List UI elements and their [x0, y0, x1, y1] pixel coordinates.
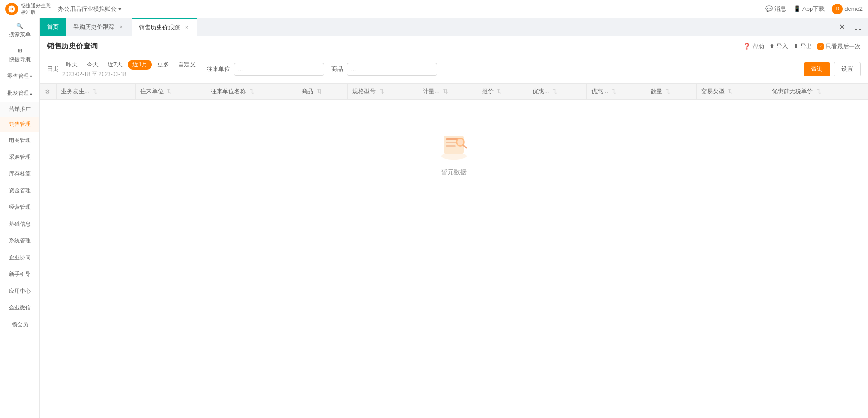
- close-all-tabs-button[interactable]: ✕: [835, 21, 848, 33]
- sidebar-item-search[interactable]: 🔍 搜索菜单: [0, 18, 39, 43]
- message-label: 消息: [774, 5, 786, 13]
- col-label-discount2: 优惠...: [591, 88, 608, 95]
- sidebar-sub-label-marketing: 营销推广: [9, 106, 31, 112]
- sort-icon-discount2: ⇅: [612, 88, 617, 95]
- table-col-trade-type[interactable]: 交易类型 ⇅: [696, 84, 767, 100]
- sort-icon-biz-date: ⇅: [93, 88, 98, 95]
- filter-settings-button[interactable]: 设置: [834, 62, 861, 76]
- sidebar-label-wechat: 企业微信: [9, 304, 31, 312]
- product-filter: 商品 ...: [331, 63, 437, 76]
- app-selector[interactable]: 办公用品行业模拟账套 ▾: [54, 3, 125, 15]
- date-filter-section: 昨天 今天 近7天 近1月 更多 自定义 2023-02-18 至 2023-0…: [62, 60, 199, 78]
- export-icon: ⬇: [793, 43, 798, 50]
- sidebar-label-guide: 新手引导: [9, 271, 31, 278]
- help-button[interactable]: ❓ 帮助: [743, 43, 764, 51]
- sidebar-label-search: 搜索菜单: [9, 31, 31, 38]
- date-btn-1month[interactable]: 近1月: [128, 60, 152, 70]
- sidebar-item-wholesale[interactable]: 批发管理 ▴: [0, 85, 39, 102]
- tab-purchase-track-label: 采购历史价跟踪: [73, 23, 114, 31]
- sidebar-item-guide[interactable]: 新手引导: [0, 266, 39, 283]
- sidebar-item-app-center[interactable]: 应用中心: [0, 283, 39, 299]
- sidebar-item-system[interactable]: 系统管理: [0, 233, 39, 249]
- main-layout: 🔍 搜索菜单 ⊞ 快捷导航 零售管理 ▾ 批发管理 ▴ 营销推广 销售管理: [0, 18, 868, 418]
- table-col-quote[interactable]: 报价 ⇅: [477, 84, 528, 100]
- maximize-button[interactable]: ⛶: [852, 21, 864, 33]
- sort-icon-unit: ⇅: [443, 88, 448, 95]
- table-col-discount2[interactable]: 优惠... ⇅: [587, 84, 646, 100]
- table-col-biz-date[interactable]: 业务发生... ⇅: [57, 84, 136, 100]
- col-label-product: 商品: [302, 88, 313, 95]
- tab-sales-track[interactable]: 销售历史价跟踪 ×: [132, 18, 197, 36]
- logo-text: 畅捷通好生意 标准版: [21, 2, 51, 15]
- tab-purchase-track[interactable]: 采购历史价跟踪 ×: [66, 18, 132, 36]
- import-button[interactable]: ⬆ 导入: [769, 43, 788, 51]
- sidebar-item-inventory[interactable]: 库存核算: [0, 166, 39, 182]
- sidebar-sub-item-sales[interactable]: 销售管理: [0, 117, 39, 132]
- table-col-quantity[interactable]: 数量 ⇅: [646, 84, 696, 100]
- message-button[interactable]: 💬 消息: [765, 5, 786, 13]
- partner-input-placeholder: ...: [238, 66, 243, 72]
- sidebar-item-finance[interactable]: 资金管理: [0, 182, 39, 199]
- date-filter: 日期 昨天 今天 近7天 近1月 更多 自定义 2023-02-18 至 202…: [47, 60, 199, 78]
- sidebar-label-wholesale: 批发管理: [7, 90, 29, 97]
- sidebar-label-member: 畅会员: [12, 321, 28, 328]
- date-btn-7days[interactable]: 近7天: [104, 60, 126, 70]
- product-input[interactable]: ...: [347, 63, 437, 76]
- date-btn-today[interactable]: 今天: [83, 60, 102, 70]
- sidebar-sub-item-marketing[interactable]: 营销推广: [0, 102, 39, 117]
- page-content: 销售历史价查询 ❓ 帮助 ⬆ 导入 ⬇ 导出 ✓: [40, 36, 868, 418]
- grid-icon: ⊞: [18, 48, 22, 54]
- svg-rect-4: [446, 145, 456, 147]
- export-button[interactable]: ⬇ 导出: [793, 43, 812, 51]
- query-button[interactable]: 查询: [804, 62, 830, 76]
- date-btn-yesterday[interactable]: 昨天: [62, 60, 81, 70]
- table-col-partner-name[interactable]: 往来单位名称 ⇅: [206, 84, 297, 100]
- table-area: ⚙ 业务发生... ⇅ 往来单位 ⇅ 往来单位名称: [40, 83, 868, 418]
- col-label-unit: 计量...: [423, 88, 439, 95]
- sort-icon-trade-type: ⇅: [728, 88, 733, 95]
- sidebar-item-shortcut[interactable]: ⊞ 快捷导航: [0, 43, 39, 68]
- sidebar-label-enterprise: 企业协同: [9, 254, 31, 261]
- table-col-spec[interactable]: 规格型号 ⇅: [347, 84, 418, 100]
- sidebar-item-basic[interactable]: 基础信息: [0, 216, 39, 233]
- sidebar-label-inventory: 库存核算: [9, 170, 31, 178]
- date-btn-more[interactable]: 更多: [154, 60, 173, 70]
- table-col-pretax-price[interactable]: 优惠前无税单价 ⇅: [767, 84, 868, 100]
- partner-input[interactable]: ...: [234, 63, 324, 76]
- table-col-product[interactable]: 商品 ⇅: [297, 84, 347, 100]
- table-col-partner-code[interactable]: 往来单位 ⇅: [135, 84, 206, 100]
- gear-icon[interactable]: ⚙: [45, 88, 50, 95]
- filter-actions: 查询 设置: [804, 62, 861, 76]
- sidebar-item-purchase[interactable]: 采购管理: [0, 149, 39, 166]
- tab-sales-close-button[interactable]: ×: [184, 24, 190, 31]
- app-download-button[interactable]: 📱 App下载: [793, 5, 825, 13]
- date-btn-custom[interactable]: 自定义: [175, 60, 199, 70]
- col-label-trade-type: 交易类型: [701, 88, 725, 95]
- sort-icon-partner-name: ⇅: [250, 88, 255, 95]
- sort-icon-quote: ⇅: [497, 88, 502, 95]
- col-label-partner-name: 往来单位名称: [211, 88, 246, 95]
- tab-bar-actions: ✕ ⛶: [835, 21, 868, 33]
- top-bar: 畅捷通好生意 标准版 办公用品行业模拟账套 ▾ 💬 消息 📱 App下载 D d…: [0, 0, 868, 18]
- sidebar-item-wechat[interactable]: 企业微信: [0, 299, 39, 316]
- sidebar-label-ecommerce: 电商管理: [9, 137, 31, 144]
- sidebar-item-operations[interactable]: 经营管理: [0, 199, 39, 216]
- sidebar-item-retail[interactable]: 零售管理 ▾: [0, 68, 39, 85]
- tab-home[interactable]: 首页: [40, 18, 66, 36]
- export-label: 导出: [800, 43, 812, 51]
- content-area: 首页 采购历史价跟踪 × 销售历史价跟踪 × ✕ ⛶ 销售历史价查询: [40, 18, 868, 418]
- filter-area: 日期 昨天 今天 近7天 近1月 更多 自定义 2023-02-18 至 202…: [40, 55, 868, 83]
- sidebar-item-member[interactable]: 畅会员: [0, 316, 39, 333]
- tab-purchase-close-button[interactable]: ×: [118, 24, 124, 30]
- sidebar-item-ecommerce[interactable]: 电商管理: [0, 132, 39, 149]
- table-header-row: ⚙ 业务发生... ⇅ 往来单位 ⇅ 往来单位名称: [40, 84, 868, 100]
- app-download-label: App下载: [802, 5, 825, 13]
- only-last-checkbox[interactable]: ✓ 只看最后一次: [817, 43, 861, 51]
- sort-icon-product: ⇅: [317, 88, 322, 95]
- user-profile[interactable]: D demo2: [832, 4, 863, 14]
- table-col-unit[interactable]: 计量... ⇅: [418, 84, 477, 100]
- sidebar-sub-label-sales: 销售管理: [9, 121, 31, 127]
- sidebar-item-enterprise[interactable]: 企业协同: [0, 249, 39, 266]
- search-icon: 🔍: [16, 23, 23, 29]
- table-col-discount1[interactable]: 优惠... ⇅: [528, 84, 586, 100]
